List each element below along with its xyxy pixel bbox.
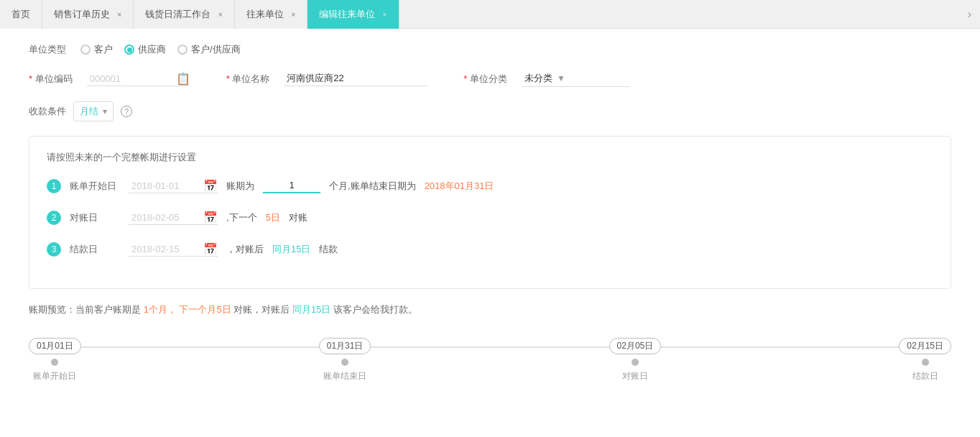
payment-date-field: 📅 xyxy=(129,242,218,257)
tab-bar: 首页 销售订单历史 × 钱货日清工作台 × 往来单位 × 编辑往来单位 × › xyxy=(0,0,980,29)
unit-code-field: 📋 xyxy=(87,72,190,86)
radio-both[interactable]: 客户/供应商 xyxy=(177,43,241,56)
radio-circle-both xyxy=(177,45,188,55)
preview-prefix: 账期预览：当前客户账期是 xyxy=(29,304,141,315)
unit-name-label: 单位名称 xyxy=(226,73,270,86)
unit-type-label: 单位类型 xyxy=(29,43,66,56)
close-edit-units[interactable]: × xyxy=(382,10,387,19)
unit-classify-label: 单位分类 xyxy=(463,73,507,86)
start-date-calendar-icon[interactable]: 📅 xyxy=(203,179,218,193)
timeline-point-4: 02月15日 结款日 xyxy=(899,338,951,382)
timeline-badge-4: 02月15日 xyxy=(899,338,951,354)
unit-classify-value: 未分类 xyxy=(524,72,553,85)
payment-condition-label: 收款条件 xyxy=(29,105,66,118)
payment-condition-select[interactable]: 月结 ▾ xyxy=(73,101,114,121)
start-date-input[interactable] xyxy=(129,179,200,193)
unit-code-label: 单位编码 xyxy=(29,73,73,86)
tab-home[interactable]: 首页 xyxy=(0,0,42,29)
period-text-2b: 对账 xyxy=(289,211,308,224)
timeline-point-3: 02月05日 对账日 xyxy=(609,338,662,382)
timeline-point-2: 01月31日 账单结束日 xyxy=(319,338,371,382)
unit-details-row: 单位编码 📋 单位名称 单位分类 未分类 ▼ xyxy=(29,70,951,87)
timeline-points: 01月01日 账单开始日 01月31日 账单结束日 02月05日 对账日 02月… xyxy=(29,338,951,382)
period-row-1: 1 账单开始日 📅 账期为 个月,账单结束日期为 2018年01月31日 xyxy=(47,178,933,193)
close-units[interactable]: × xyxy=(291,10,295,19)
tab-edit-units[interactable]: 编辑往来单位 × xyxy=(308,0,399,29)
payment-help-icon[interactable]: ? xyxy=(121,106,132,117)
preview-part3: 同月15日 xyxy=(292,304,330,315)
preview-suffix: 该客户会给我打款。 xyxy=(333,304,417,315)
tab-cashflow[interactable]: 钱货日清工作台 × xyxy=(134,0,234,29)
start-date-field: 📅 xyxy=(129,179,218,193)
payment-highlight: 同月15日 xyxy=(272,243,310,256)
radio-supplier[interactable]: 供应商 xyxy=(124,43,166,56)
preview-text: 账期预览：当前客户账期是 1个月， 下一个月5日 对账，对账后 同月15日 该客… xyxy=(29,303,951,316)
timeline-label-1: 账单开始日 xyxy=(33,370,76,382)
reconcile-date-input[interactable] xyxy=(129,211,200,224)
reconcile-date-calendar-icon[interactable]: 📅 xyxy=(203,211,218,224)
radio-circle-supplier xyxy=(124,45,134,55)
timeline: 01月01日 账单开始日 01月31日 账单结束日 02月05日 对账日 02月… xyxy=(29,331,951,397)
period-label-1: 账单开始日 xyxy=(70,180,120,193)
timeline-point-1: 01月01日 账单开始日 xyxy=(29,338,81,382)
period-label-2: 对账日 xyxy=(70,211,120,224)
timeline-label-2: 账单结束日 xyxy=(323,370,366,382)
month-input[interactable] xyxy=(263,178,320,193)
timeline-label-4: 结款日 xyxy=(912,370,938,382)
period-text-1a: 账期为 xyxy=(226,180,254,193)
unit-code-input[interactable] xyxy=(87,72,173,86)
unit-type-radio-group: 客户 供应商 客户/供应商 xyxy=(80,43,241,56)
period-text-3b: 结款 xyxy=(319,243,338,256)
preview-middle: 对账，对账后 xyxy=(234,304,290,315)
card-title: 请按照未来的一个完整帐期进行设置 xyxy=(47,151,933,164)
radio-customer[interactable]: 客户 xyxy=(80,43,113,56)
period-text-1b: 个月,账单结束日期为 xyxy=(329,180,416,193)
period-settings-card: 请按照未来的一个完整帐期进行设置 1 账单开始日 📅 账期为 个月,账单结束日期… xyxy=(29,136,951,289)
period-row-2: 2 对账日 📅 ,下一个 5日 对账 xyxy=(47,211,933,225)
timeline-label-3: 对账日 xyxy=(622,370,648,382)
reconcile-date-field: 📅 xyxy=(129,211,218,225)
tab-sales-history[interactable]: 销售订单历史 × xyxy=(42,0,134,29)
radio-circle-customer xyxy=(80,45,91,55)
timeline-badge-2: 01月31日 xyxy=(319,338,371,354)
unit-type-row: 单位类型 客户 供应商 客户/供应商 xyxy=(29,43,951,56)
period-text-2a: ,下一个 xyxy=(226,211,257,224)
payment-condition-row: 收款条件 月结 ▾ ? xyxy=(29,101,951,121)
timeline-dot-1 xyxy=(51,359,58,366)
unit-classify-dropdown[interactable]: 未分类 ▼ xyxy=(522,70,629,87)
timeline-dot-3 xyxy=(632,359,639,366)
period-num-3: 3 xyxy=(47,242,61,257)
tab-scroll-arrow[interactable]: › xyxy=(959,8,980,21)
end-date-value: 2018年01月31日 xyxy=(425,180,494,193)
timeline-badge-1: 01月01日 xyxy=(29,338,81,354)
payment-date-input[interactable] xyxy=(129,242,200,256)
main-content: 单位类型 客户 供应商 客户/供应商 单位编码 📋 单位名称 单位分类 xyxy=(0,29,980,437)
unit-code-icon[interactable]: 📋 xyxy=(176,72,190,86)
payment-condition-value: 月结 xyxy=(80,105,98,118)
close-sales-history[interactable]: × xyxy=(117,10,121,19)
period-row-3: 3 结款日 📅 ，对账后 同月15日 结款 xyxy=(47,242,933,257)
tab-units[interactable]: 往来单位 × xyxy=(235,0,308,29)
period-text-3a: ，对账后 xyxy=(226,243,264,256)
payment-date-calendar-icon[interactable]: 📅 xyxy=(203,242,218,256)
payment-arrow-icon: ▾ xyxy=(103,106,107,116)
period-num-1: 1 xyxy=(47,179,61,193)
preview-part1: 1个月， xyxy=(144,304,177,315)
timeline-dot-2 xyxy=(341,359,348,366)
reconcile-highlight: 5日 xyxy=(266,211,280,224)
unit-name-input[interactable] xyxy=(284,72,427,86)
period-num-2: 2 xyxy=(47,211,61,225)
period-label-3: 结款日 xyxy=(70,243,120,256)
timeline-badge-3: 02月05日 xyxy=(609,338,662,354)
timeline-dot-4 xyxy=(922,359,929,366)
preview-part2: 下一个月5日 xyxy=(179,304,231,315)
classify-arrow-icon: ▼ xyxy=(557,73,565,83)
close-cashflow[interactable]: × xyxy=(218,10,222,19)
